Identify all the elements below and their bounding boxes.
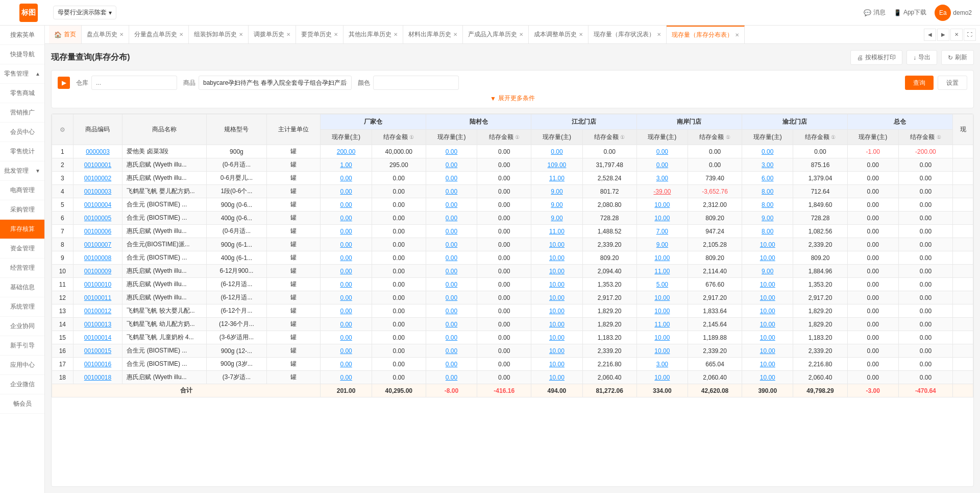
cell-lucun-amt: 0.00 bbox=[477, 358, 531, 371]
table-container[interactable]: ⚙ 商品编码 商品名称 规格型号 主计量单位 厂家仓 陆村仓 江北门店 南岸门店… bbox=[51, 113, 974, 487]
th-group-yubei: 渝北门店 bbox=[742, 114, 847, 130]
sidebar-item-retail-mall[interactable]: 零售商城 bbox=[0, 84, 44, 103]
tab-close-icon[interactable]: ✕ bbox=[119, 32, 124, 37]
sidebar-item-ecommerce[interactable]: 电商管理 bbox=[0, 181, 44, 200]
settings-btn[interactable]: 设置 bbox=[938, 76, 967, 90]
expand-conditions-btn[interactable]: ▼ 展开更多条件 bbox=[490, 94, 535, 103]
cell-na-qty: 5.00 bbox=[636, 278, 688, 291]
cell-jb-qty: 10.00 bbox=[531, 278, 582, 291]
tab-close-icon[interactable]: ✕ bbox=[453, 32, 457, 37]
th-settings[interactable]: ⚙ bbox=[52, 114, 74, 145]
sidebar-item-member[interactable]: 会员中心 bbox=[0, 123, 44, 142]
summary-na-amt: 42,620.08 bbox=[688, 384, 742, 397]
message-btn[interactable]: 💬 消息 bbox=[864, 8, 886, 17]
industry-selector[interactable]: 母婴行业演示陈套 ▾ bbox=[53, 6, 116, 19]
cell-factory-amt: 0.00 bbox=[372, 331, 426, 344]
sidebar-item-wholesale-mgmt[interactable]: 批发管理 ▼ bbox=[0, 161, 44, 181]
sidebar-item-app-center[interactable]: 应用中心 bbox=[0, 356, 44, 375]
cell-lucun-amt: 0.00 bbox=[477, 158, 531, 172]
tab-prev-btn[interactable]: ◀ bbox=[924, 29, 936, 41]
cell-jb-amt: 2,080.80 bbox=[582, 198, 636, 212]
sidebar-item-wechat[interactable]: 企业微信 bbox=[0, 375, 44, 394]
sidebar-item-finance[interactable]: 资金管理 bbox=[0, 239, 44, 259]
product-filter: 商品 bbox=[183, 76, 352, 90]
warehouse-input[interactable] bbox=[91, 76, 177, 90]
tab-requisition-history[interactable]: 要货单历史 ✕ bbox=[296, 26, 344, 44]
cell-extra bbox=[953, 238, 973, 251]
tab-cost-adjust[interactable]: 成本调整单历史 ✕ bbox=[529, 26, 589, 44]
cell-name: 惠氏启赋 (Wyeth illu... bbox=[122, 172, 207, 185]
sidebar-item-inventory[interactable]: 库存核算 bbox=[0, 220, 44, 239]
cell-jb-amt: 2,216.80 bbox=[582, 358, 636, 371]
tab-close-icon[interactable]: ✕ bbox=[334, 32, 338, 37]
sidebar-item-chang-member[interactable]: 畅会员 bbox=[0, 394, 44, 414]
app-download-btn[interactable]: 📱 App下载 bbox=[894, 8, 926, 17]
sidebar-item-retail-stats[interactable]: 零售统计 bbox=[0, 142, 44, 161]
tab-transfer-history[interactable]: 调拨单历史 ✕ bbox=[249, 26, 296, 44]
cell-code: 00100003 bbox=[73, 185, 122, 198]
cell-lucun-qty: 0.00 bbox=[426, 185, 477, 198]
cell-yb-qty: 10.00 bbox=[742, 331, 793, 344]
cell-code: 00100002 bbox=[73, 172, 122, 185]
tab-finished-inbound[interactable]: 产成品入库单历史 ✕ bbox=[463, 26, 529, 44]
cell-extra bbox=[953, 278, 973, 291]
cell-jb-amt: 31,797.48 bbox=[582, 158, 636, 172]
sidebar-item-nav[interactable]: 快捷导航 bbox=[0, 45, 44, 64]
tab-close-icon[interactable]: ✕ bbox=[579, 32, 583, 37]
query-btn[interactable]: 查询 bbox=[905, 76, 934, 90]
sidebar-item-guide[interactable]: 新手引导 bbox=[0, 336, 44, 356]
cell-jb-qty: 109.00 bbox=[531, 158, 582, 172]
tab-stock-distribution[interactable]: 现存量（库存分布表） ✕ bbox=[667, 26, 745, 44]
sidebar: 搜索英单 快捷导航 零售管理 ▲ 零售商城 营销推广 会员中心 零售统计 批发管… bbox=[0, 26, 45, 493]
cell-code: 00100010 bbox=[73, 278, 122, 291]
cell-lucun-qty: 0.00 bbox=[426, 172, 477, 185]
summary-yb-amt: 49,798.29 bbox=[793, 384, 847, 397]
sidebar-item-marketing[interactable]: 营销推广 bbox=[0, 103, 44, 123]
tab-close-icon[interactable]: ✕ bbox=[657, 32, 661, 37]
cell-jb-amt: 0.00 bbox=[582, 145, 636, 158]
sidebar-item-retail-mgmt[interactable]: 零售管理 ▲ bbox=[0, 64, 44, 84]
tab-material-outbound[interactable]: 材料出库单历史 ✕ bbox=[403, 26, 463, 44]
table-row: 7 00100006 惠氏启赋 (Wyeth illu... (0-6月适...… bbox=[52, 225, 973, 238]
tab-assembly-history[interactable]: 组装拆卸单历史 ✕ bbox=[189, 26, 249, 44]
cell-yb-qty: 10.00 bbox=[742, 291, 793, 304]
print-btn[interactable]: 🖨 按模板打印 bbox=[850, 50, 902, 65]
cell-extra bbox=[953, 145, 973, 158]
filter-toggle-btn[interactable]: ▶ bbox=[58, 77, 70, 89]
tab-other-outbound[interactable]: 其他出库单历史 ✕ bbox=[344, 26, 403, 44]
tab-maximize-btn[interactable]: ⛶ bbox=[964, 29, 976, 41]
tab-stock-status[interactable]: 现存量（库存状况表） ✕ bbox=[589, 26, 667, 44]
product-input[interactable] bbox=[199, 76, 352, 90]
table-row: 16 00100015 合生元 (BIOSTIME) ... 900g (12-… bbox=[52, 344, 973, 358]
cell-lucun-qty: 0.00 bbox=[426, 158, 477, 172]
tab-home[interactable]: 🏠 首页 bbox=[49, 26, 82, 44]
cell-lucun-amt: 0.00 bbox=[477, 278, 531, 291]
tab-close-icon[interactable]: ✕ bbox=[519, 32, 523, 37]
tab-close-icon[interactable]: ✕ bbox=[394, 32, 398, 37]
tab-next-btn[interactable]: ▶ bbox=[937, 29, 949, 41]
sidebar-item-search[interactable]: 搜索英单 bbox=[0, 26, 44, 45]
tab-partial-stocktake[interactable]: 分量盘点单历史 ✕ bbox=[129, 26, 189, 44]
tab-close-icon[interactable]: ✕ bbox=[179, 32, 183, 37]
refresh-btn[interactable]: ↻ 刷新 bbox=[941, 50, 974, 65]
color-input[interactable] bbox=[373, 76, 459, 90]
tab-close-icon[interactable]: ✕ bbox=[735, 32, 739, 38]
cell-lucun-amt: 0.00 bbox=[477, 304, 531, 318]
tab-close-icon[interactable]: ✕ bbox=[239, 32, 243, 37]
cell-factory-qty: 0.00 bbox=[321, 331, 372, 344]
sidebar-item-basic-info[interactable]: 基础信息 bbox=[0, 278, 44, 297]
sidebar-item-operations[interactable]: 经营管理 bbox=[0, 259, 44, 278]
sidebar-item-enterprise[interactable]: 企业协同 bbox=[0, 317, 44, 336]
tab-stocktake-history[interactable]: 盘点单历史 ✕ bbox=[82, 26, 129, 44]
cell-name: 合生元 (BIOSTIME) ... bbox=[122, 251, 207, 265]
sidebar-item-purchase[interactable]: 采购管理 bbox=[0, 200, 44, 220]
cell-jb-qty: 10.00 bbox=[531, 371, 582, 384]
tab-close-icon[interactable]: ✕ bbox=[286, 32, 290, 37]
sidebar-item-system[interactable]: 系统管理 bbox=[0, 297, 44, 317]
cell-lucun-qty: 0.00 bbox=[426, 212, 477, 225]
export-btn[interactable]: ↓ 导出 bbox=[906, 50, 937, 65]
cell-index: 15 bbox=[52, 331, 74, 344]
cell-yb-amt: 1,082.56 bbox=[793, 225, 847, 238]
tab-close-all-btn[interactable]: ✕ bbox=[950, 29, 963, 41]
user-menu[interactable]: Ea demo2 bbox=[935, 5, 972, 21]
